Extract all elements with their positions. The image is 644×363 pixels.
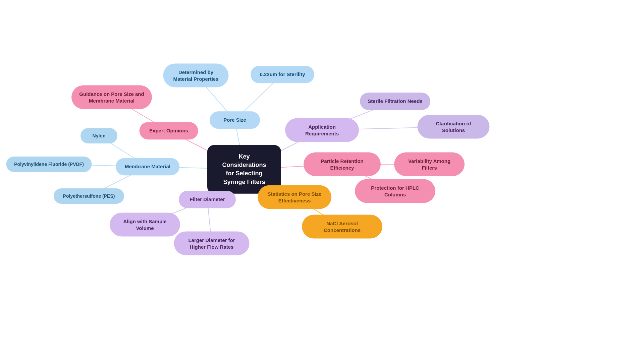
node-expert-opinions[interactable]: Expert Opinions <box>140 122 198 139</box>
node-statistics-pore-size[interactable]: Statistics on Pore Size Effectiveness <box>258 185 331 209</box>
node-nylon[interactable]: Nylon <box>80 128 117 143</box>
node-application-requirements[interactable]: Application Requirements <box>285 118 359 142</box>
node-pvdf[interactable]: Polyvinylidene Fluoride (PVDF) <box>6 157 92 172</box>
node-sterility-022[interactable]: 0.22um for Sterility <box>251 66 314 83</box>
node-larger-diameter[interactable]: Larger Diameter for Higher Flow Rates <box>174 232 250 255</box>
node-pore-size[interactable]: Pore Size <box>210 111 260 129</box>
node-filter-diameter[interactable]: Filter Diameter <box>179 191 236 208</box>
node-pes[interactable]: Polyethersulfone (PES) <box>54 188 124 204</box>
node-sterile-filtration[interactable]: Sterile Filtration Needs <box>360 93 430 110</box>
node-guidance-pore-size[interactable]: Guidance on Pore Size and Membrane Mater… <box>71 85 152 109</box>
node-clarification-solutions[interactable]: Clarification of Solutions <box>418 115 490 139</box>
node-variability-filters[interactable]: Variability Among Filters <box>394 153 465 176</box>
node-particle-retention[interactable]: Particle Retention Efficiency <box>304 153 381 176</box>
node-nacl-aerosol[interactable]: NaCl Aerosol Concentrations <box>302 215 382 239</box>
node-protection-hplc[interactable]: Protection for HPLC Columns <box>355 179 435 203</box>
mindmap-container: Key Considerations for Selecting Syringe… <box>0 0 644 363</box>
node-align-sample[interactable]: Align with Sample Volume <box>110 213 180 237</box>
node-determined-material[interactable]: Determined by Material Properties <box>163 64 229 87</box>
node-membrane-material[interactable]: Membrane Material <box>116 158 179 175</box>
connections-svg <box>0 0 644 363</box>
